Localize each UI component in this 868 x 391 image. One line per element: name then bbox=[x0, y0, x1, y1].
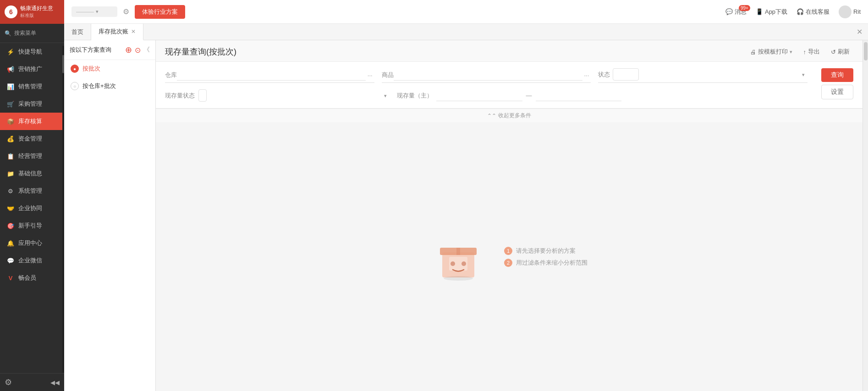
chevron-down-icon: ▾ bbox=[96, 9, 99, 15]
quick-nav-icon: ⚡ bbox=[6, 48, 15, 56]
settings-gear-icon[interactable]: ⚙ bbox=[123, 7, 129, 16]
print-template-button[interactable]: 🖨 按模板打印 ▾ bbox=[747, 46, 796, 58]
sidebar-item-apps[interactable]: 🔔 应用中心 bbox=[0, 234, 64, 252]
export-button[interactable]: ↑ 导出 bbox=[800, 46, 824, 58]
left-panel-actions: ⊕ ⊙ 《 bbox=[125, 45, 150, 55]
stock-status-dropdown-icon: ▾ bbox=[384, 92, 387, 98]
sidebar-item-guide[interactable]: 🎯 新手引导 bbox=[0, 217, 64, 234]
product-more-button[interactable]: ··· bbox=[582, 72, 591, 79]
sidebar-item-finance[interactable]: 💰 资金管理 bbox=[0, 130, 64, 147]
wechat-icon: 💬 bbox=[6, 256, 15, 265]
sidebar-item-sales[interactable]: 📊 销售管理 bbox=[0, 78, 64, 95]
filter-row2: 现存量状态 ▾ 现存量（主） — bbox=[165, 89, 853, 102]
page-content: 按以下方案查询 ⊕ ⊙ 《 ● 按批次 ○ 按仓库+批次 现存量查询(按批次) bbox=[64, 40, 868, 391]
member-icon: V bbox=[6, 274, 15, 282]
empty-hint-1: 1 请先选择要分析的方案 bbox=[504, 247, 588, 255]
empty-box-svg bbox=[433, 232, 483, 282]
main-area: ——— ▾ ⚙ 体验行业方案 💬 消息 99+ 📱 App下载 🎧 在线客服 R… bbox=[64, 0, 868, 391]
add-scheme-button[interactable]: ⊕ bbox=[125, 45, 132, 55]
stock-quantity-dash: — bbox=[526, 92, 532, 99]
sidebar-item-quick-nav[interactable]: ⚡ 快捷导航 bbox=[0, 43, 64, 60]
settings-button[interactable]: 设置 bbox=[821, 85, 853, 99]
sidebar-scroll-thumb bbox=[62, 55, 64, 73]
breadcrumb-search[interactable]: ——— ▾ bbox=[71, 6, 117, 17]
sidebar-item-member[interactable]: V 畅会员 bbox=[0, 269, 64, 287]
scheme-settings-button[interactable]: ⊙ bbox=[135, 46, 141, 54]
app-title-block: 畅康通好生意 标准版 bbox=[20, 5, 53, 19]
status-label: 状态 bbox=[598, 71, 610, 79]
breadcrumb-text: ——— bbox=[76, 8, 94, 15]
tab-batch-account[interactable]: 库存批次账 ✕ bbox=[91, 24, 143, 40]
scheme-item-by-batch[interactable]: ● 按批次 bbox=[64, 60, 155, 77]
svg-rect-3 bbox=[456, 248, 460, 255]
stock-quantity-filter: 现存量（主） — bbox=[397, 90, 621, 101]
filter-area: 仓库 ··· 商品 ··· 状态 bbox=[156, 62, 863, 109]
app-edition: 标准版 bbox=[20, 12, 53, 19]
sidebar-collapse-button[interactable]: ◀◀ bbox=[50, 379, 60, 386]
user-avatar-button[interactable]: Rit bbox=[839, 5, 861, 18]
right-scrollbar[interactable] bbox=[863, 40, 868, 391]
status-select[interactable]: 全部 有库存 无库存 bbox=[613, 68, 639, 81]
sidebar: 6 畅康通好生意 标准版 🔍 搜索菜单 ⚡ 快捷导航 📢 营销推广 📊 销售管理… bbox=[0, 0, 64, 391]
message-icon: 💬 bbox=[725, 8, 733, 15]
page-actions: 🖨 按模板打印 ▾ ↑ 导出 ↺ 刷新 bbox=[747, 46, 854, 58]
stock-status-select[interactable] bbox=[198, 89, 207, 102]
online-service-button[interactable]: 🎧 在线客服 bbox=[797, 8, 830, 16]
user-avatar bbox=[839, 5, 852, 18]
warehouse-label: 仓库 bbox=[165, 71, 177, 79]
collapse-more-button[interactable]: ⌃⌃ 收起更多条件 bbox=[156, 109, 863, 122]
scrollbar-thumb bbox=[864, 42, 868, 60]
finance-icon: 💰 bbox=[6, 135, 15, 143]
print-dropdown-icon: ▾ bbox=[790, 49, 792, 55]
sidebar-item-inventory[interactable]: 📦 库存核算 bbox=[0, 113, 64, 130]
search-menu-button[interactable]: 🔍 搜索菜单 bbox=[5, 27, 60, 39]
sidebar-settings-button[interactable]: ⚙ bbox=[5, 377, 12, 387]
left-panel-collapse-button[interactable]: 《 bbox=[143, 46, 150, 54]
inventory-icon: 📦 bbox=[6, 117, 15, 125]
right-panel: 现存量查询(按批次) 🖨 按模板打印 ▾ ↑ 导出 ↺ 刷新 bbox=[156, 40, 863, 391]
scheme-item-by-warehouse-batch[interactable]: ○ 按仓库+批次 bbox=[64, 77, 155, 95]
tab-bar: 首页 库存批次账 ✕ ✕ bbox=[64, 24, 868, 40]
tab-close-icon[interactable]: ✕ bbox=[131, 28, 136, 35]
trial-button[interactable]: 体验行业方案 bbox=[135, 5, 185, 19]
warehouse-filter: 仓库 ··· bbox=[165, 70, 374, 83]
left-panel: 按以下方案查询 ⊕ ⊙ 《 ● 按批次 ○ 按仓库+批次 bbox=[64, 40, 156, 391]
product-label: 商品 bbox=[382, 71, 394, 79]
purchase-icon: 🛒 bbox=[6, 100, 15, 108]
query-button[interactable]: 查询 bbox=[821, 68, 853, 82]
messages-button[interactable]: 💬 消息 99+ bbox=[725, 8, 747, 16]
stock-quantity-from-input[interactable] bbox=[436, 90, 522, 101]
page-title: 现存量查询(按批次) bbox=[165, 46, 236, 57]
sidebar-item-system[interactable]: ⚙ 系统管理 bbox=[0, 182, 64, 200]
svg-point-5 bbox=[461, 261, 466, 266]
sidebar-item-wechat[interactable]: 💬 企业微信 bbox=[0, 252, 64, 269]
status-select-wrap: 全部 有库存 无库存 ▾ bbox=[613, 68, 808, 81]
stock-quantity-to-input[interactable] bbox=[536, 90, 622, 101]
stock-status-select-wrap: ▾ bbox=[198, 89, 390, 102]
close-all-tabs-button[interactable]: ✕ bbox=[857, 27, 863, 36]
app-download-button[interactable]: 📱 App下载 bbox=[756, 8, 787, 16]
empty-state: 1 请先选择要分析的方案 2 用过滤条件来缩小分析范围 bbox=[156, 122, 863, 391]
warehouse-more-button[interactable]: ··· bbox=[366, 72, 374, 79]
tab-home[interactable]: 首页 bbox=[64, 24, 91, 40]
sidebar-item-enterprise[interactable]: 🤝 企业协同 bbox=[0, 200, 64, 217]
sidebar-item-marketing[interactable]: 📢 营销推广 bbox=[0, 60, 64, 78]
sidebar-footer: ⚙ ◀◀ bbox=[0, 373, 64, 391]
sales-icon: 📊 bbox=[6, 82, 15, 91]
sidebar-item-purchase[interactable]: 🛒 采购管理 bbox=[0, 95, 64, 113]
refresh-button[interactable]: ↺ 刷新 bbox=[827, 46, 853, 58]
app-logo: 6 bbox=[5, 5, 17, 18]
system-icon: ⚙ bbox=[6, 187, 15, 195]
warehouse-input[interactable] bbox=[177, 70, 366, 81]
left-panel-header: 按以下方案查询 ⊕ ⊙ 《 bbox=[64, 40, 155, 60]
hint-num-1: 1 bbox=[504, 247, 512, 255]
sidebar-item-basic[interactable]: 📁 基础信息 bbox=[0, 165, 64, 182]
sidebar-nav: ⚡ 快捷导航 📢 营销推广 📊 销售管理 🛒 采购管理 📦 库存核算 💰 资金管… bbox=[0, 43, 64, 373]
sidebar-search-area[interactable]: 🔍 搜索菜单 bbox=[0, 24, 64, 43]
basic-icon: 📁 bbox=[6, 169, 15, 178]
sidebar-item-business[interactable]: 📋 经营管理 bbox=[0, 147, 64, 165]
marketing-icon: 📢 bbox=[6, 65, 15, 73]
app-name: 畅康通好生意 bbox=[20, 5, 53, 12]
product-input[interactable] bbox=[394, 70, 582, 81]
sidebar-header: 6 畅康通好生意 标准版 bbox=[0, 0, 64, 24]
